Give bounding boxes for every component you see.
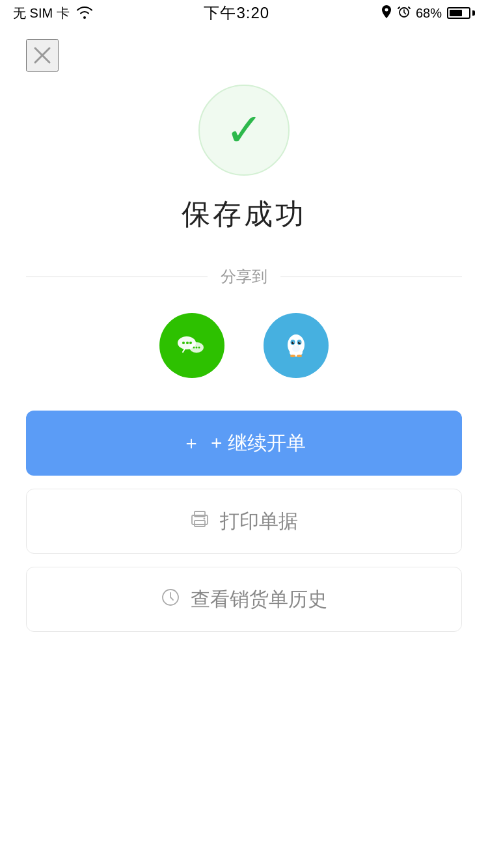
wechat-icon <box>173 327 211 364</box>
share-label: 分享到 <box>221 266 267 287</box>
print-icon <box>190 510 210 533</box>
svg-point-10 <box>196 347 198 349</box>
print-label: 打印单据 <box>220 508 298 535</box>
history-button[interactable]: 查看销货单历史 <box>26 567 462 632</box>
success-circle: ✓ <box>198 85 290 176</box>
svg-point-15 <box>293 342 294 343</box>
share-icons <box>26 313 462 378</box>
status-bar: 无 SIM 卡 下午3:20 68% <box>0 0 488 26</box>
svg-point-22 <box>297 355 302 357</box>
svg-point-6 <box>186 342 189 344</box>
battery-label: 68% <box>416 6 442 21</box>
plus-icon: ＋ <box>182 431 200 455</box>
print-button[interactable]: 打印单据 <box>26 489 462 554</box>
svg-point-21 <box>290 355 295 357</box>
qq-icon <box>277 327 315 364</box>
action-buttons: ＋ + 继续开单 打印单据 查看销货单历史 <box>26 411 462 632</box>
carrier-label: 无 SIM 卡 <box>13 5 70 22</box>
wifi-icon <box>76 5 93 22</box>
success-title: 保存成功 <box>182 195 306 234</box>
svg-point-26 <box>204 517 206 519</box>
history-label: 查看销货单历史 <box>191 586 327 613</box>
svg-point-9 <box>193 347 195 349</box>
qq-share-button[interactable] <box>264 313 329 378</box>
share-divider: 分享到 <box>26 266 462 287</box>
share-section: 分享到 <box>26 266 462 378</box>
checkmark-icon: ✓ <box>225 107 264 153</box>
svg-point-18 <box>299 342 301 343</box>
page-content: ✓ 保存成功 分享到 <box>0 26 488 868</box>
status-right: 68% <box>381 5 475 22</box>
battery-icon <box>447 7 475 19</box>
status-time: 下午3:20 <box>204 3 269 23</box>
continue-button[interactable]: ＋ + 继续开单 <box>26 411 462 476</box>
history-icon <box>161 588 180 612</box>
close-button[interactable] <box>26 39 59 72</box>
svg-point-5 <box>182 342 185 344</box>
svg-rect-25 <box>195 521 205 526</box>
status-left: 无 SIM 卡 <box>13 5 93 22</box>
alarm-icon <box>398 5 411 22</box>
continue-label: + 继续开单 <box>211 430 306 457</box>
svg-point-11 <box>198 347 200 349</box>
svg-point-20 <box>292 346 300 352</box>
wechat-share-button[interactable] <box>159 313 224 378</box>
location-icon <box>381 5 392 22</box>
svg-point-0 <box>385 8 388 11</box>
